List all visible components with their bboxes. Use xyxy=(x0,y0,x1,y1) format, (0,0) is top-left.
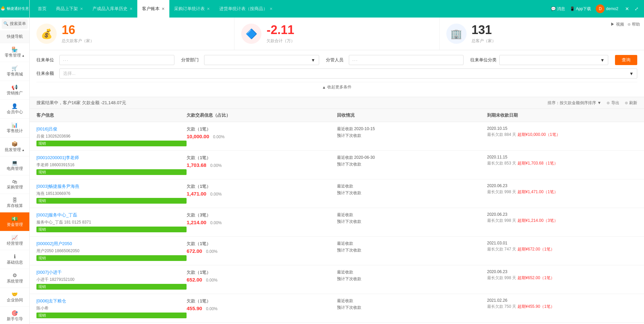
customer-name-0[interactable]: [0016]吕俊 xyxy=(36,126,187,132)
nav-icon-1: 🛒 xyxy=(2,65,28,71)
collapse-icon: ▲ xyxy=(322,85,326,90)
collection-info-0: 最近收款 2020-10-15 预计下次收款 xyxy=(337,126,487,139)
customer-name-3[interactable]: [0002]服务中心_丁磊 xyxy=(36,212,187,218)
debt-count-3: 欠款（3笔） xyxy=(187,212,337,218)
debt-percent-0: 0.00% xyxy=(213,135,225,139)
sidebar-item-11[interactable]: ℹ基础信息 xyxy=(0,250,29,269)
customer-info-4: [000002]用户2050 用户2050 18665062050 现销 xyxy=(36,241,187,261)
tab-close-btn[interactable]: ✕ xyxy=(80,7,83,11)
debt-info-4: 欠款（1笔） 672.00 0.00% xyxy=(187,241,337,254)
last-collection-2: 最近收款 xyxy=(337,183,487,189)
customer-name-6[interactable]: [0006]去下粮仓 xyxy=(36,298,187,304)
overdue-amount-3[interactable]: 超期¥1,214.00（3笔） xyxy=(517,218,558,223)
expand-btn[interactable]: ⤢ xyxy=(633,4,641,13)
vendor-input[interactable]: ··· xyxy=(59,55,174,65)
close-all-btn[interactable]: ✕ xyxy=(623,4,631,13)
tab-purchase-order[interactable]: 采购订单统计表✕ xyxy=(169,0,215,18)
customer-tag-2: 现销 xyxy=(36,198,187,204)
due-date-2: 2020.06.23 xyxy=(487,183,637,188)
user-avatar[interactable]: D demo2 xyxy=(596,4,618,13)
sidebar-item-0[interactable]: 🏪零售管理 ▲ xyxy=(0,43,29,62)
overdue-days-3: 最长欠款 998 天 超期¥1,214.00（3笔） xyxy=(487,218,637,224)
sidebar-item-3[interactable]: 👤会员中心 xyxy=(0,100,29,119)
dept-select[interactable]: ▼ xyxy=(204,55,319,65)
sidebar-item-9[interactable]: 💵资金管理 xyxy=(0,212,29,231)
tab-customer-account[interactable]: 客户账本✕ xyxy=(137,0,169,18)
customer-info-0: [0016]吕俊 吕俊 13026203696 现销 xyxy=(36,126,187,146)
overdue-amount-2[interactable]: 超期¥1,471.00（1笔） xyxy=(517,189,558,194)
filter-person: 分管人员 ··· xyxy=(326,55,464,65)
nav-icon-3: 👤 xyxy=(2,103,28,109)
sidebar-item-8[interactable]: 🗄库存核算 xyxy=(0,194,29,212)
sidebar-item-12[interactable]: ⚙系统管理 xyxy=(0,269,29,288)
debt-info-5: 欠款（1笔） 652.00 0.00% xyxy=(187,269,337,283)
sidebar-item-13[interactable]: 🤝企业协同 xyxy=(0,288,29,307)
debt-percent-6: 0.00% xyxy=(206,306,218,311)
next-collection-1: 预计下次收款 xyxy=(337,161,487,167)
sidebar-item-4[interactable]: 📊零售统计 xyxy=(0,119,29,138)
sidebar-item-7[interactable]: 🛍采购管理 xyxy=(0,175,29,194)
person-input[interactable]: ··· xyxy=(349,55,464,65)
stat-value-debt: -2.11 xyxy=(267,24,295,36)
tab-close-btn[interactable]: ✕ xyxy=(130,7,133,11)
debt-percent-4: 0.00% xyxy=(206,249,218,254)
customer-info-6: [0006]去下粮仓 陈小希 现销 xyxy=(36,298,187,318)
customer-name-1[interactable]: [00010200001]李老师 xyxy=(36,155,187,161)
overdue-info-5: 2020.06.23 最长欠款 998 天 超期¥652.00（1笔） xyxy=(487,269,637,281)
sidebar-item-1[interactable]: 🛒零售商城 xyxy=(0,62,29,81)
sidebar-item-5[interactable]: 📦批发管理 ▲ xyxy=(0,138,29,156)
search-button[interactable]: 查询 xyxy=(615,55,637,65)
search-menu-btn[interactable]: 🔍 搜索菜单 xyxy=(2,19,28,29)
help-hint-btn[interactable]: ⊙ 帮助 xyxy=(627,22,640,27)
message-btn[interactable]: 💬 消息 xyxy=(551,6,565,12)
overdue-days-5: 最长欠款 998 天 超期¥652.00（1笔） xyxy=(487,275,637,281)
tab-product-history[interactable]: 产成品入库单历史✕ xyxy=(88,0,137,18)
vendor-class-select[interactable]: ▼ xyxy=(499,55,608,65)
collapse-filter-btn[interactable]: ▲ 收起更多条件 xyxy=(36,82,637,92)
overdue-amount-0[interactable]: 超期¥10,000.00（1笔） xyxy=(517,132,560,137)
sidebar-item-2[interactable]: 📢营销推广 xyxy=(0,81,29,100)
nav-icon-2: 📢 xyxy=(2,84,28,90)
last-collection-4: 最近收款 xyxy=(337,241,487,246)
customer-name-2[interactable]: [0003]畅捷服务尹海燕 xyxy=(36,183,187,189)
help-video-btn[interactable]: ▶ 视频 xyxy=(611,22,624,27)
overdue-info-6: 2021.02.26 最长欠款 750 天 超期¥455.90（1笔） xyxy=(487,298,637,310)
customer-name-5[interactable]: [0007]小进千 xyxy=(36,269,187,275)
tab-home[interactable]: 首页 xyxy=(33,0,51,18)
customer-info-2: [0003]畅捷服务尹海燕 海燕 18513066976 现销 xyxy=(36,183,187,204)
export-btn[interactable]: ⊙ 导出 xyxy=(607,100,619,106)
sidebar-item-14[interactable]: 🎯新手引导 xyxy=(0,307,29,324)
overdue-amount-1[interactable]: 超期¥1,703.68（1笔） xyxy=(517,161,558,166)
overdue-amount-4[interactable]: 超期¥672.00（1笔） xyxy=(517,247,555,252)
tab-products-off[interactable]: 商品上下架✕ xyxy=(51,0,88,18)
app-download-btn[interactable]: 📱 App下载 xyxy=(570,6,591,12)
customer-tag-3: 现销 xyxy=(36,227,187,232)
overdue-amount-5[interactable]: 超期¥652.00（1笔） xyxy=(517,275,555,280)
tab-close-btn[interactable]: ✕ xyxy=(162,7,165,11)
customer-table: 客户信息 欠款交易信息（占比） 回收情况 到期未收款日期 [0016]吕俊 吕俊… xyxy=(30,109,644,324)
tab-close-btn[interactable]: ✕ xyxy=(270,7,273,11)
debt-count-4: 欠款（1笔） xyxy=(187,241,337,247)
nav-icon-0: 🏪 xyxy=(2,47,28,53)
debt-count-2: 欠款（1笔） xyxy=(187,183,337,189)
debt-percent-1: 0.00% xyxy=(210,163,222,168)
balance-arrow-icon: ▼ xyxy=(629,71,634,76)
nav-arrow-icon: ▲ xyxy=(21,54,25,57)
last-collection-1: 最近收款 2020-06-30 xyxy=(337,155,487,160)
sidebar-item-6[interactable]: 💻电商管理 xyxy=(0,156,29,175)
sidebar-item-10[interactable]: 📈经营管理 xyxy=(0,231,29,250)
tab-stock-stats[interactable]: 进货单统计表（按商品）✕ xyxy=(215,0,277,18)
debt-count-6: 欠款（1笔） xyxy=(187,298,337,304)
overdue-amount-6[interactable]: 超期¥455.90（1笔） xyxy=(517,304,555,309)
overdue-days-1: 最长欠款 853 天 超期¥1,703.68（1笔） xyxy=(487,160,637,166)
refresh-btn[interactable]: ⊙ 刷新 xyxy=(625,100,637,106)
stat-icon-debt: 🔷 xyxy=(241,24,261,44)
customer-name-4[interactable]: [000002]用户2050 xyxy=(36,241,187,247)
stat-info-debt: -2.11 欠款合计（万） xyxy=(267,24,295,44)
topbar: 首页商品上下架✕产成品入库单历史✕客户账本✕采购订单统计表✕进货单统计表（按商品… xyxy=(30,0,644,18)
tab-close-btn[interactable]: ✕ xyxy=(207,7,210,11)
overdue-days-4: 最长欠款 747 天 超期¥672.00（1笔） xyxy=(487,246,637,252)
balance-select[interactable]: 选择... ▼ xyxy=(59,68,637,79)
sidebar-shortcut-nav[interactable]: 快捷导航 xyxy=(0,30,29,43)
sort-btn[interactable]: 排序：按欠款金额倒序排序 ▼ xyxy=(548,100,601,106)
